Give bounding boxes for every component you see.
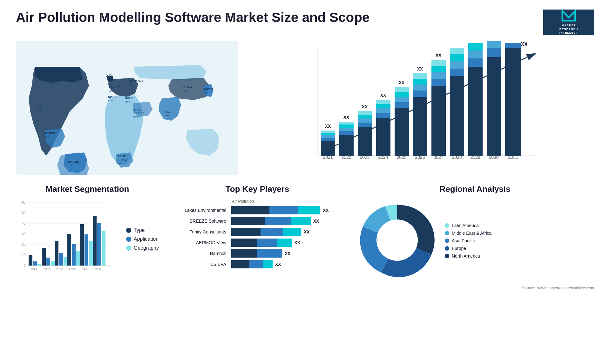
type-dot bbox=[126, 228, 131, 233]
bar-seg3 bbox=[283, 228, 301, 236]
svg-text:xx%: xx% bbox=[118, 162, 122, 165]
svg-rect-132 bbox=[64, 257, 67, 266]
player-bar bbox=[231, 206, 320, 214]
donut-chart bbox=[356, 199, 438, 283]
player-name: BREEZE Software bbox=[165, 219, 229, 224]
europe-dot bbox=[445, 246, 449, 251]
svg-rect-97 bbox=[468, 43, 483, 51]
player-row: Lakes Environmental XX bbox=[165, 206, 349, 214]
svg-rect-76 bbox=[413, 79, 427, 84]
svg-rect-68 bbox=[395, 97, 409, 102]
svg-text:BRAZIL: BRAZIL bbox=[68, 160, 79, 163]
geography-label: Geography bbox=[134, 245, 159, 251]
seg-legend: Type Application Geography bbox=[126, 227, 159, 251]
svg-text:2022: 2022 bbox=[341, 155, 351, 160]
svg-rect-95 bbox=[468, 58, 483, 67]
svg-text:U.K.: U.K. bbox=[106, 73, 112, 76]
regional-title: Regional Analysis bbox=[356, 184, 594, 194]
svg-text:2022: 2022 bbox=[44, 267, 50, 271]
svg-rect-126 bbox=[42, 248, 46, 266]
svg-text:2024: 2024 bbox=[69, 267, 75, 271]
svg-text:xx%: xx% bbox=[203, 91, 208, 94]
player-name: Trinity Consultants bbox=[165, 229, 229, 234]
svg-rect-131 bbox=[59, 253, 63, 266]
svg-rect-87 bbox=[450, 76, 464, 156]
type-label: Type bbox=[134, 227, 145, 233]
svg-rect-136 bbox=[76, 251, 80, 266]
logo-area: MARKET RESEARCH INTELLECT bbox=[543, 10, 594, 35]
svg-text:SAUDI: SAUDI bbox=[133, 108, 142, 111]
bar-seg2 bbox=[257, 239, 277, 247]
svg-rect-40 bbox=[321, 135, 335, 138]
svg-rect-135 bbox=[72, 244, 76, 266]
player-bar bbox=[231, 249, 282, 258]
svg-rect-127 bbox=[46, 258, 50, 266]
svg-rect-124 bbox=[37, 264, 41, 266]
svg-rect-88 bbox=[450, 69, 464, 76]
svg-text:2025: 2025 bbox=[82, 267, 88, 271]
svg-text:XX: XX bbox=[399, 80, 405, 85]
svg-text:XX: XX bbox=[362, 104, 368, 109]
svg-text:30: 30 bbox=[22, 232, 26, 236]
svg-rect-41 bbox=[321, 133, 335, 135]
player-name: Lakes Environmental bbox=[165, 208, 229, 213]
svg-text:xx%: xx% bbox=[50, 81, 55, 84]
svg-rect-81 bbox=[431, 79, 446, 86]
svg-text:U.S.: U.S. bbox=[37, 105, 43, 109]
svg-text:CHINA: CHINA bbox=[183, 86, 193, 89]
svg-rect-42 bbox=[321, 131, 335, 133]
seg-chart-wrapper: 0 10 20 30 40 50 60 bbox=[16, 199, 159, 280]
player-row: US EPA XX bbox=[165, 260, 349, 268]
player-bar bbox=[231, 217, 311, 225]
svg-rect-61 bbox=[376, 108, 390, 113]
svg-text:XX: XX bbox=[436, 53, 442, 58]
svg-rect-123 bbox=[33, 261, 37, 266]
player-name: US EPA bbox=[165, 262, 229, 267]
svg-rect-91 bbox=[450, 48, 464, 54]
svg-text:2026: 2026 bbox=[415, 155, 425, 160]
legend-geography: Geography bbox=[126, 245, 159, 251]
player-bar-container: XX bbox=[231, 206, 349, 214]
svg-text:xx%: xx% bbox=[133, 115, 138, 118]
svg-rect-54 bbox=[358, 118, 372, 123]
svg-rect-49 bbox=[339, 122, 354, 125]
svg-rect-56 bbox=[358, 111, 372, 115]
svg-text:ARABIA: ARABIA bbox=[133, 111, 145, 115]
svg-rect-66 bbox=[395, 108, 409, 156]
svg-rect-143 bbox=[97, 223, 101, 266]
svg-text:2029: 2029 bbox=[470, 155, 480, 160]
svg-text:2021: 2021 bbox=[323, 155, 333, 160]
bar-seg1 bbox=[231, 239, 257, 247]
svg-text:2025: 2025 bbox=[396, 155, 406, 160]
svg-rect-84 bbox=[431, 60, 446, 66]
player-row: AERMOD View XX bbox=[165, 239, 349, 247]
logo-text: MARKET RESEARCH INTELLECT bbox=[559, 24, 578, 35]
bar-seg1 bbox=[231, 260, 249, 268]
bar-seg3 bbox=[277, 239, 292, 247]
svg-text:2021: 2021 bbox=[31, 267, 37, 271]
svg-text:ITALY: ITALY bbox=[125, 97, 133, 100]
svg-rect-103 bbox=[505, 48, 521, 156]
top-players-section: Top Key Players Air Pollution Lakes Envi… bbox=[165, 184, 349, 290]
svg-rect-47 bbox=[339, 128, 354, 131]
legend-type: Type bbox=[126, 227, 159, 233]
svg-rect-96 bbox=[468, 51, 483, 58]
player-bar bbox=[231, 260, 273, 268]
svg-rect-55 bbox=[358, 115, 372, 118]
seg-title: Market Segmentation bbox=[16, 184, 159, 194]
player-row: Trinity Consultants XX bbox=[165, 228, 349, 236]
mea-dot bbox=[445, 231, 449, 235]
map-container: CANADA xx% U.S. xx% MEXICO xx% BRAZIL xx… bbox=[16, 41, 238, 175]
svg-rect-77 bbox=[413, 73, 427, 79]
svg-point-146 bbox=[376, 219, 418, 261]
svg-text:2031: 2031 bbox=[508, 155, 518, 160]
svg-text:XX: XX bbox=[380, 93, 386, 98]
svg-text:GERMANY: GERMANY bbox=[129, 79, 143, 83]
svg-rect-134 bbox=[67, 234, 71, 266]
apac-label: Asia Pacific bbox=[452, 238, 475, 243]
svg-text:SPAIN: SPAIN bbox=[108, 95, 117, 98]
players-title: Top Key Players bbox=[165, 184, 349, 194]
bar-seg3 bbox=[298, 206, 320, 214]
svg-rect-59 bbox=[376, 118, 390, 156]
bar-seg3 bbox=[263, 260, 273, 268]
